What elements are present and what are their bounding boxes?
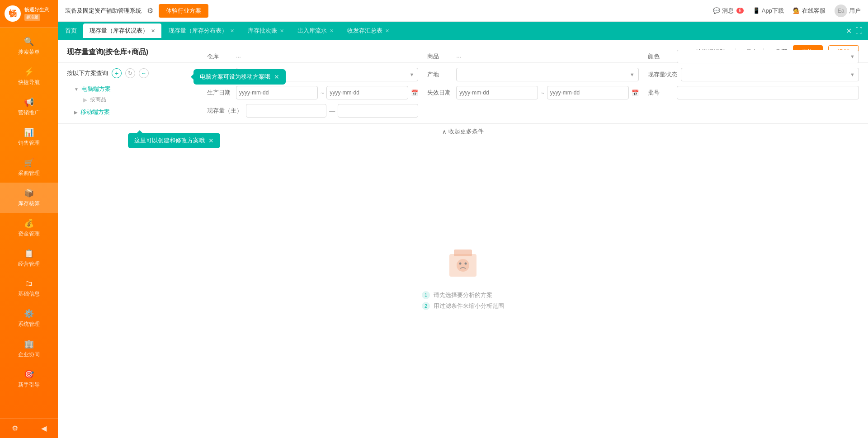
filter-section: 按以下方案查询 + ↻ ← 电脑方案可设为移动方案哦 ✕ ▼ 电脑端方案 ▶ — [58, 63, 868, 123]
filter-row-origin: 产地 ▼ — [427, 68, 638, 81]
empty-tip-1: 1 请先选择要分析的方案 — [422, 291, 504, 299]
sidebar-item-finance[interactable]: 💰 资金管理 — [0, 213, 58, 243]
tab-inventory-status-label: 现存量（库存状况表） — [90, 27, 148, 35]
online-service-button[interactable]: 💁 在线客服 — [793, 7, 826, 15]
filter-row-expiry-date: 失效日期 ~ 📅 — [427, 86, 638, 99]
tab-inventory-status[interactable]: 现存量（库存状况表） ✕ — [83, 24, 161, 38]
expiry-date-icon[interactable]: 📅 — [632, 89, 639, 96]
sidebar-collapse-btn[interactable]: ◀ — [41, 424, 47, 433]
empty-tip-2: 2 用过滤条件来缩小分析范围 — [422, 302, 504, 310]
inventory-icon: 📦 — [24, 188, 34, 198]
color-select-arrow: ▼ — [850, 54, 855, 59]
expiry-date-from[interactable] — [456, 86, 538, 99]
tab-close-icon[interactable]: ✕ — [280, 28, 284, 34]
phone-icon: 📱 — [753, 7, 760, 14]
tooltip-create-text: 这里可以创建和修改方案哦 — [134, 137, 205, 145]
tab-inout-flow[interactable]: 出入库流水 ✕ — [291, 24, 340, 38]
close-all-tabs-btn[interactable]: ✕ — [846, 27, 852, 35]
sidebar-item-guide[interactable]: 🎯 新手引导 — [0, 364, 58, 394]
tooltip-scheme-close[interactable]: ✕ — [274, 73, 279, 80]
sidebar-item-search[interactable]: 🔍 搜索菜单 — [0, 31, 58, 61]
prod-date-from[interactable] — [236, 86, 318, 99]
sidebar-item-basic[interactable]: 🗂 基础信息 — [0, 273, 58, 303]
batch-input[interactable] — [677, 86, 859, 99]
arrow-scheme-btn[interactable]: ← — [139, 68, 149, 78]
tooltip-create-close[interactable]: ✕ — [208, 137, 214, 144]
empty-tips: 1 请先选择要分析的方案 2 用过滤条件来缩小分析范围 — [422, 291, 504, 310]
sidebar-logo: 畅 畅通好生意 标准版 — [0, 0, 58, 28]
trial-button[interactable]: 体验行业方案 — [159, 4, 208, 18]
user-avatar: Ea — [835, 5, 847, 17]
tab-home[interactable]: 首页 — [60, 24, 82, 38]
origin-select[interactable]: ▼ — [456, 68, 638, 81]
tab-close-icon[interactable]: ✕ — [151, 28, 155, 34]
filter-row-stock-main: 现存量（主） — — [207, 104, 418, 118]
sidebar: 畅 畅通好生意 标准版 🔍 搜索菜单 ⚡ 快捷导航 📢 营销推广 📊 销售管理 … — [0, 0, 58, 438]
goods-dots[interactable]: ··· — [456, 53, 461, 60]
edit-scheme-btn[interactable]: ↻ — [125, 68, 135, 78]
sidebar-item-quick[interactable]: ⚡ 快捷导航 — [0, 61, 58, 92]
sidebar-item-operation[interactable]: 📋 经营管理 — [0, 243, 58, 273]
search-icon: 🔍 — [24, 37, 34, 47]
sidebar-item-label: 销售管理 — [18, 139, 40, 147]
sales-icon: 📊 — [24, 127, 34, 137]
tab-close-icon[interactable]: ✕ — [385, 28, 389, 34]
sidebar-nav: 🔍 搜索菜单 ⚡ 快捷导航 📢 营销推广 📊 销售管理 🛒 采购管理 📦 库存核… — [0, 28, 58, 418]
empty-state: 1 请先选择要分析的方案 2 用过滤条件来缩小分析范围 — [58, 139, 868, 438]
message-button[interactable]: 💬 消息 6 — [713, 7, 744, 15]
collapse-arrow-icon: ▼ — [74, 87, 79, 92]
sidebar-item-marketing[interactable]: 📢 营销推广 — [0, 92, 58, 122]
message-label: 消息 — [722, 7, 734, 15]
tab-close-icon[interactable]: ✕ — [330, 28, 334, 34]
stock-status-select[interactable]: ▼ — [681, 68, 859, 81]
tab-close-icon[interactable]: ✕ — [230, 28, 234, 34]
sidebar-item-enterprise[interactable]: 🏢 企业协同 — [0, 334, 58, 364]
logo-text: 畅通好生意 — [24, 6, 49, 13]
enterprise-icon: 🏢 — [24, 339, 34, 349]
expiry-date-to[interactable] — [547, 86, 629, 99]
scheme-pc-label: 电脑端方案 — [81, 85, 111, 93]
sidebar-item-sales[interactable]: 📊 销售管理 — [0, 122, 58, 152]
guide-icon: 🎯 — [24, 369, 34, 379]
sidebar-item-purchase[interactable]: 🛒 采购管理 — [0, 152, 58, 183]
app-download-button[interactable]: 📱 App下载 — [753, 7, 784, 15]
goods-label: 商品 — [427, 52, 453, 61]
warehouse-dots[interactable]: ··· — [236, 53, 241, 60]
prod-date-icon[interactable]: 📅 — [411, 89, 418, 96]
svg-point-2 — [457, 259, 469, 272]
origin-select-arrow: ▼ — [630, 72, 635, 77]
collapse-label: 收起更多条件 — [448, 127, 484, 136]
scheme-mobile-label: 移动端方案 — [80, 108, 110, 116]
sidebar-item-inventory[interactable]: 📦 库存核算 — [0, 183, 58, 213]
sidebar-item-label: 快捷导航 — [18, 79, 40, 86]
stock-status-arrow: ▼ — [850, 72, 855, 77]
color-label: 颜色 — [648, 52, 673, 61]
add-scheme-btn[interactable]: + — [112, 68, 122, 78]
stock-main-to[interactable] — [338, 104, 418, 118]
origin-label: 产地 — [427, 71, 453, 79]
sidebar-bottom: ⚙ ◀ — [0, 418, 58, 438]
sidebar-item-label: 营销推广 — [18, 109, 40, 117]
sidebar-item-label: 搜索菜单 — [18, 48, 40, 56]
size-select-arrow: ▼ — [409, 72, 414, 77]
expand-tab-btn[interactable]: ⛶ — [855, 27, 863, 35]
expiry-date-label: 失效日期 — [427, 89, 453, 97]
empty-illustration — [440, 240, 486, 286]
filter-row-prod-date: 生产日期 ~ 📅 — [207, 86, 418, 99]
mobile-arrow-icon: ▶ — [74, 110, 78, 115]
sidebar-settings-btn[interactable]: ⚙ — [12, 424, 18, 433]
tooltip-scheme-text: 电脑方案可设为移动方案哦 — [200, 73, 270, 81]
tab-recv-summary[interactable]: 收发存汇总表 ✕ — [341, 24, 396, 38]
stock-status-label: 现存量状态 — [648, 71, 677, 79]
header-left: 装备及固定资产辅助管理系统 ⚙ 体验行业方案 — [65, 4, 208, 18]
tab-inventory-dist[interactable]: 现存量（库存分布表） ✕ — [162, 24, 241, 38]
svg-point-3 — [459, 262, 462, 264]
stock-main-from[interactable] — [246, 104, 326, 118]
user-menu[interactable]: Ea 用户 — [835, 5, 861, 17]
prod-date-to[interactable] — [326, 86, 408, 99]
header-settings-icon[interactable]: ⚙ — [147, 6, 153, 15]
tab-batch-account[interactable]: 库存批次账 ✕ — [241, 24, 290, 38]
color-select[interactable]: ▼ — [677, 50, 859, 63]
main-area: 装备及固定资产辅助管理系统 ⚙ 体验行业方案 💬 消息 6 📱 App下载 💁 … — [58, 0, 868, 438]
sidebar-item-system[interactable]: ⚙️ 系统管理 — [0, 303, 58, 334]
